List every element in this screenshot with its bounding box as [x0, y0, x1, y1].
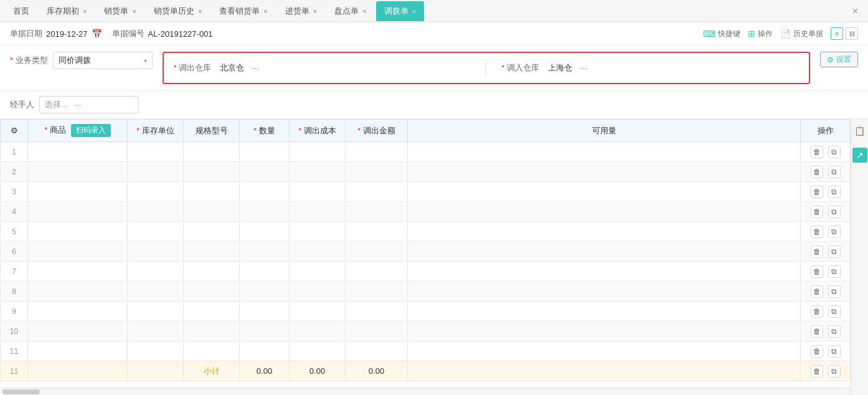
cell-amount[interactable]: [346, 222, 408, 242]
tab-inventory-check-close[interactable]: ×: [362, 8, 366, 15]
tab-sales-history-close[interactable]: ×: [198, 8, 202, 15]
cell-cost[interactable]: [290, 202, 346, 222]
table-container[interactable]: ⚙ * 商品 扫码录入 * 库存单位: [0, 119, 851, 388]
cell-cost[interactable]: [290, 341, 346, 361]
copy-icon[interactable]: ⧉: [828, 166, 841, 178]
cell-unit[interactable]: [128, 202, 184, 222]
cell-cost[interactable]: [290, 182, 346, 202]
cell-spec[interactable]: [184, 162, 240, 182]
cell-qty[interactable]: [240, 262, 290, 282]
cell-available[interactable]: [408, 142, 801, 162]
delete-icon[interactable]: 🗑: [811, 325, 823, 338]
warehouse-in-more-btn[interactable]: ···: [577, 63, 590, 73]
copy-icon[interactable]: ⧉: [828, 206, 841, 218]
business-type-select[interactable]: 同价调拨 ▾: [53, 52, 153, 69]
cell-qty[interactable]: [240, 242, 290, 262]
copy-icon[interactable]: ⧉: [828, 186, 841, 198]
right-panel-notes-icon[interactable]: 📋: [853, 124, 867, 138]
cell-available[interactable]: [408, 162, 801, 182]
tab-sales-history[interactable]: 销货单历史 ×: [146, 1, 210, 21]
cell-unit[interactable]: [128, 162, 184, 182]
handler-more-btn[interactable]: ···: [72, 100, 84, 110]
cell-spec[interactable]: [184, 242, 240, 262]
cell-spec[interactable]: [184, 142, 240, 162]
copy-icon[interactable]: ⧉: [828, 305, 841, 318]
cell-product[interactable]: [28, 162, 128, 182]
cell-cost[interactable]: [290, 282, 346, 302]
cell-product[interactable]: [28, 321, 128, 341]
cell-amount[interactable]: [346, 142, 408, 162]
cell-product[interactable]: [28, 202, 128, 222]
cell-available[interactable]: [408, 321, 801, 341]
cell-qty[interactable]: [240, 142, 290, 162]
cell-spec[interactable]: [184, 321, 240, 341]
cell-qty[interactable]: [240, 341, 290, 361]
delete-icon[interactable]: 🗑: [811, 265, 823, 278]
cell-available[interactable]: [408, 222, 801, 242]
cell-amount[interactable]: [346, 162, 408, 182]
tab-transfer-order-close[interactable]: ×: [412, 8, 416, 15]
cell-unit[interactable]: [128, 242, 184, 262]
right-panel-external-icon[interactable]: ↗: [852, 148, 867, 163]
cell-unit[interactable]: [128, 142, 184, 162]
cell-amount[interactable]: [346, 341, 408, 361]
cell-unit[interactable]: [128, 182, 184, 202]
cell-cost[interactable]: [290, 222, 346, 242]
cell-cost[interactable]: [290, 321, 346, 341]
copy-icon[interactable]: ⧉: [828, 265, 841, 278]
app-close-button[interactable]: ×: [847, 6, 863, 17]
cell-unit[interactable]: [128, 282, 184, 302]
copy-icon[interactable]: ⧉: [828, 345, 841, 358]
cell-amount[interactable]: [346, 202, 408, 222]
subtotal-copy-icon[interactable]: ⧉: [828, 365, 841, 378]
cell-qty[interactable]: [240, 321, 290, 341]
tab-purchase-order-close[interactable]: ×: [313, 8, 317, 15]
tab-sales-order[interactable]: 销货单 ×: [96, 1, 144, 21]
delete-icon[interactable]: 🗑: [811, 186, 823, 198]
shortcuts-btn[interactable]: ⌨ 快捷键: [703, 29, 740, 39]
cell-amount[interactable]: [346, 321, 408, 341]
cell-spec[interactable]: [184, 282, 240, 302]
tab-transfer-order[interactable]: 调拨单 ×: [376, 1, 424, 21]
copy-icon[interactable]: ⧉: [828, 245, 841, 258]
cell-unit[interactable]: [128, 222, 184, 242]
cell-unit[interactable]: [128, 302, 184, 321]
operations-btn[interactable]: ⊞ 操作: [748, 29, 773, 39]
warehouse-out-more-btn[interactable]: ···: [249, 63, 262, 73]
cell-available[interactable]: [408, 202, 801, 222]
cell-spec[interactable]: [184, 341, 240, 361]
cell-spec[interactable]: [184, 202, 240, 222]
tab-view-sales[interactable]: 查看销货单 ×: [211, 1, 275, 21]
cell-product[interactable]: [28, 142, 128, 162]
tab-inventory-init[interactable]: 库存期初 ×: [39, 1, 95, 21]
cell-unit[interactable]: [128, 262, 184, 282]
cell-product[interactable]: [28, 282, 128, 302]
copy-icon[interactable]: ⧉: [828, 146, 841, 158]
delete-icon[interactable]: 🗑: [811, 345, 823, 358]
cell-product[interactable]: [28, 182, 128, 202]
layout-grid-icon[interactable]: ⊟: [846, 27, 858, 40]
tab-purchase-order[interactable]: 进货单 ×: [277, 1, 325, 21]
cell-spec[interactable]: [184, 222, 240, 242]
cell-unit[interactable]: [128, 321, 184, 341]
cell-available[interactable]: [408, 341, 801, 361]
cell-amount[interactable]: [346, 282, 408, 302]
cell-product[interactable]: [28, 222, 128, 242]
cell-qty[interactable]: [240, 302, 290, 321]
copy-icon[interactable]: ⧉: [828, 285, 841, 298]
cell-available[interactable]: [408, 182, 801, 202]
copy-icon[interactable]: ⧉: [828, 325, 841, 338]
cell-amount[interactable]: [346, 182, 408, 202]
cell-product[interactable]: [28, 302, 128, 321]
delete-icon[interactable]: 🗑: [811, 226, 823, 238]
handler-select[interactable]: 选择... ···: [39, 96, 139, 113]
cell-spec[interactable]: [184, 302, 240, 321]
cell-cost[interactable]: [290, 262, 346, 282]
cell-amount[interactable]: [346, 242, 408, 262]
tab-home[interactable]: 首页: [5, 1, 37, 21]
settings-button[interactable]: ⚙ 设置: [820, 52, 858, 67]
cell-cost[interactable]: [290, 162, 346, 182]
delete-icon[interactable]: 🗑: [811, 166, 823, 178]
tab-inventory-init-close[interactable]: ×: [83, 8, 87, 15]
scan-barcode-button[interactable]: 扫码录入: [71, 124, 111, 137]
